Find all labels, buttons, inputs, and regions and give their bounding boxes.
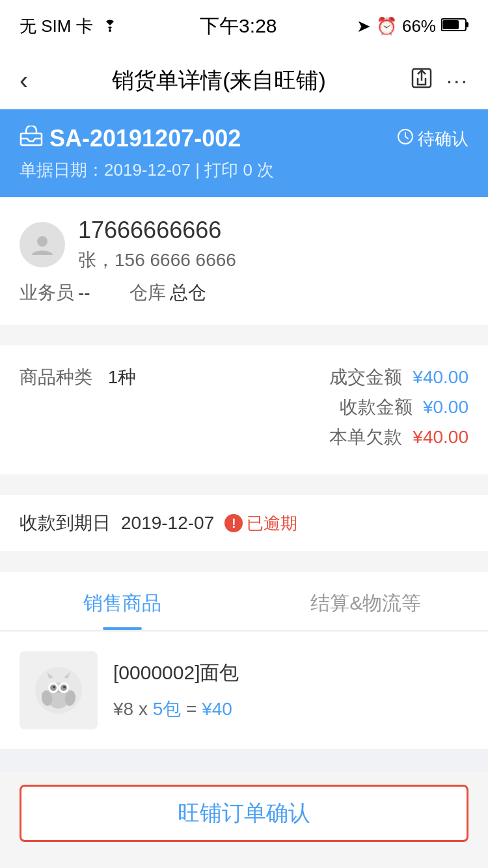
warehouse-item: 仓库 总仓 bbox=[129, 280, 206, 305]
multiply-sign: x bbox=[139, 699, 153, 719]
contact-name: 张，156 6666 6666 bbox=[78, 248, 468, 273]
overdue-badge: ! 已逾期 bbox=[224, 512, 297, 535]
tab-sales[interactable]: 销售商品 bbox=[0, 572, 244, 630]
product-section: [0000002]面包 ¥8 x 5包 = ¥40 bbox=[0, 632, 488, 749]
status-left: 无 SIM 卡 bbox=[20, 15, 120, 38]
divider-1 bbox=[0, 335, 488, 346]
warehouse-value: 总仓 bbox=[170, 280, 206, 305]
sales-item: 业务员 -- bbox=[20, 280, 90, 305]
avatar bbox=[20, 222, 65, 267]
order-header-card: SA-20191207-002 待确认 单据日期：2019-12-07 | 打印… bbox=[0, 109, 488, 197]
goods-type-label: 商品种类 bbox=[20, 367, 92, 387]
amount-summary: 成交金额 ¥40.00 收款金额 ¥0.00 本单欠款 ¥40.00 bbox=[329, 365, 468, 455]
debt-label: 本单欠款 bbox=[329, 425, 402, 450]
status-right: ➤ ⏰ 66% bbox=[357, 16, 468, 36]
product-row: [0000002]面包 ¥8 x 5包 = ¥40 bbox=[20, 651, 468, 729]
meta-row: 业务员 -- 仓库 总仓 bbox=[20, 280, 468, 305]
svg-point-18 bbox=[63, 686, 66, 688]
tabs-row: 销售商品 结算&物流等 bbox=[0, 572, 488, 630]
amount-label: 成交金额 bbox=[329, 365, 402, 390]
tab-settlement[interactable]: 结算&物流等 bbox=[244, 572, 488, 630]
inbox-icon bbox=[20, 126, 43, 152]
contact-phone: 17666666666 bbox=[78, 217, 468, 244]
due-label: 收款到期日 bbox=[20, 511, 111, 536]
product-name: [0000002]面包 bbox=[113, 660, 468, 686]
confirm-button-wrap: 旺铺订单确认 bbox=[0, 772, 488, 868]
back-button[interactable]: ‹ bbox=[20, 66, 28, 95]
svg-rect-3 bbox=[442, 20, 459, 29]
share-button[interactable] bbox=[410, 66, 433, 95]
product-qty: 5包 bbox=[153, 699, 182, 719]
divider-3 bbox=[0, 562, 488, 572]
price-base: ¥8 bbox=[113, 699, 133, 719]
contact-info: 17666666666 张，156 6666 6666 bbox=[78, 217, 468, 273]
debt-value: ¥40.00 bbox=[413, 427, 468, 448]
sales-label: 业务员 bbox=[20, 280, 74, 305]
amount-value: ¥40.00 bbox=[413, 367, 468, 388]
svg-point-17 bbox=[53, 686, 55, 688]
nav-bar: ‹ 销货单详情(来自旺铺) ··· bbox=[0, 52, 488, 109]
svg-rect-2 bbox=[466, 22, 468, 27]
confirm-button[interactable]: 旺铺订单确认 bbox=[20, 785, 468, 842]
due-date-section: 收款到期日 2019-12-07 ! 已逾期 bbox=[0, 495, 488, 551]
battery-icon bbox=[441, 16, 468, 36]
due-date: 2019-12-07 bbox=[121, 513, 214, 534]
received-label: 收款金额 bbox=[340, 395, 413, 420]
order-status: 待确认 bbox=[397, 128, 468, 150]
divider-2 bbox=[0, 485, 488, 495]
customer-info-section: 17666666666 张，156 6666 6666 业务员 -- 仓库 总仓 bbox=[0, 197, 488, 325]
tabs-section: 销售商品 结算&物流等 bbox=[0, 572, 488, 631]
goods-type-label-group: 商品种类 1种 bbox=[20, 365, 136, 390]
battery-text: 66% bbox=[402, 16, 436, 36]
sales-value: -- bbox=[78, 282, 90, 303]
status-time: 下午3:28 bbox=[200, 13, 277, 40]
page-title: 销货单详情(来自旺铺) bbox=[112, 66, 326, 96]
location-icon: ➤ bbox=[357, 16, 371, 36]
overdue-icon: ! bbox=[224, 514, 243, 532]
equals-sign: = bbox=[186, 699, 202, 719]
received-value: ¥0.00 bbox=[423, 397, 468, 418]
svg-line-9 bbox=[405, 137, 408, 139]
overdue-text: 已逾期 bbox=[247, 512, 297, 535]
svg-point-0 bbox=[109, 29, 111, 32]
product-price: ¥8 x 5包 = ¥40 bbox=[113, 697, 468, 722]
svg-point-10 bbox=[37, 236, 47, 247]
sim-text: 无 SIM 卡 bbox=[20, 15, 93, 38]
goods-type-value: 1种 bbox=[108, 367, 137, 387]
status-bar: 无 SIM 卡 下午3:28 ➤ ⏰ 66% bbox=[0, 0, 488, 52]
warehouse-label: 仓库 bbox=[129, 280, 166, 305]
product-thumbnail bbox=[20, 651, 98, 729]
more-button[interactable]: ··· bbox=[446, 68, 468, 93]
order-date: 单据日期：2019-12-07 | 打印 0 次 bbox=[20, 159, 468, 182]
clock-icon bbox=[397, 128, 414, 150]
order-id: SA-20191207-002 bbox=[20, 125, 241, 152]
wifi-icon bbox=[100, 16, 120, 36]
product-info: [0000002]面包 ¥8 x 5包 = ¥40 bbox=[113, 660, 468, 722]
nav-icons: ··· bbox=[410, 66, 468, 95]
product-total: ¥40 bbox=[202, 699, 232, 719]
order-summary-section: 商品种类 1种 成交金额 ¥40.00 收款金额 ¥0.00 本单欠款 ¥40.… bbox=[0, 346, 488, 474]
alarm-icon: ⏰ bbox=[376, 16, 397, 36]
